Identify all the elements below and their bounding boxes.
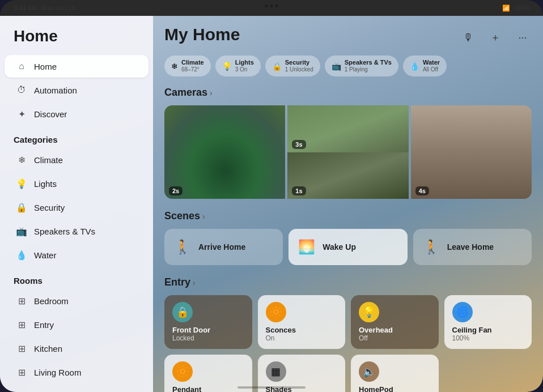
chip-security[interactable]: 🔒 Security 1 Unlocked [265,56,320,76]
sidebar-item-speakers-tvs[interactable]: 📺 Speakers & TVs [5,220,149,242]
nav-label-home: Home [34,62,57,71]
entry-icon: ⊞ [16,319,27,330]
chip-climate[interactable]: ❄ Climate 68–72° [164,56,211,76]
add-button[interactable]: ＋ [486,28,504,46]
overhead-icon-circle: 💡 [359,302,379,322]
climate-icon: ❄ [16,154,27,165]
chip-climate-icon: ❄ [171,62,178,71]
homepod-icon: 🔈 [363,365,375,378]
kitchen-icon: ⊞ [16,343,27,354]
ceiling-fan-label: Ceiling Fan [452,326,524,334]
pendant-icon-circle: 🔆 [172,361,193,382]
device-homepod[interactable]: 🔈 HomePod Not Playing [351,355,439,392]
lights-icon: 💡 [16,178,27,189]
scene-wake-up[interactable]: 🌅 Wake Up [289,229,407,265]
sidebar-item-security[interactable]: 🔒 Security [5,196,149,219]
wake-up-icon: 🌅 [298,239,316,255]
sidebar-item-home[interactable]: ⌂ Home [5,55,149,78]
chip-water-icon: 💧 [410,62,419,71]
cameras-section-header[interactable]: Cameras › [164,87,532,99]
dots-indicator [265,5,278,7]
scenes-section-title: Scenes [164,210,200,222]
camera-garage-timer: 1s [292,186,306,195]
sidebar-item-climate[interactable]: ❄ Climate [5,148,149,171]
voice-button[interactable]: 🎙 [459,28,477,46]
scene-leave-home[interactable]: 🚶 Leave Home [413,229,532,265]
camera-indoor[interactable]: 4s [411,105,532,199]
water-icon: 💧 [16,249,27,261]
overhead-icon: 💡 [363,306,375,318]
scene-arrive-home[interactable]: 🚶 Arrive Home [164,229,283,265]
sidebar-item-entry[interactable]: ⊞ Entry [5,313,149,336]
chip-water-label: Water [423,59,440,66]
status-chips: ❄ Climate 68–72° 💡 Lights 3 On 🔒 [164,56,532,76]
device-front-door[interactable]: 🔒 Front Door Locked [164,295,252,349]
sconces-icon: 🔆 [270,306,282,318]
entry-section-title: Entry [164,276,190,288]
discover-icon: ✦ [16,108,27,120]
ceiling-fan-icon-circle: 🌀 [452,302,473,322]
sidebar-item-water[interactable]: 💧 Water [5,244,149,266]
status-time: 9:41 AM Mon Jun 10 [14,5,75,11]
app-container: Home ⌂ Home ⏱ Automation ✦ Discover Cate… [0,16,543,392]
device-ceiling-fan[interactable]: 🌀 Ceiling Fan 100% [444,295,532,349]
device-sconces[interactable]: 🔆 Sconces On [258,295,346,349]
nav-label-climate: Climate [34,155,63,165]
camera-pool[interactable]: 2s [164,105,285,199]
chip-speakers-tvs-icon: 📺 [332,62,341,71]
chip-security-label: Security [285,59,313,66]
status-icons: 📶 100% [502,5,529,12]
arrive-home-icon: 🚶 [173,239,192,255]
homepod-icon-circle: 🔈 [359,361,379,382]
front-door-icon-circle: 🔒 [172,302,193,322]
nav-label-living-room: Living Room [34,368,81,377]
chip-lights[interactable]: 💡 Lights 3 On [215,56,261,76]
camera-indoor-timer: 4s [415,186,429,195]
pendant-label: Pendant [172,385,244,392]
ceiling-fan-status: 100% [452,334,524,342]
leave-home-icon: 🚶 [422,239,440,255]
home-icon: ⌂ [16,61,27,72]
scenes-grid: 🚶 Arrive Home 🌅 Wake Up 🚶 Leave Home [164,229,532,265]
sidebar-item-discover[interactable]: ✦ Discover [5,103,149,125]
nav-label-discover: Discover [34,109,67,119]
page-title: My Home [164,25,240,44]
living-room-icon: ⊞ [16,367,27,378]
scenes-chevron-icon: › [202,212,205,221]
sidebar-item-automation[interactable]: ⏱ Automation [5,79,149,101]
chip-speakers-tvs[interactable]: 📺 Speakers & TVs 1 Playing [325,56,398,76]
scenes-section-header[interactable]: Scenes › [164,210,532,222]
nav-label-lights: Lights [34,179,57,189]
entry-chevron-icon: › [193,278,196,287]
device-overhead[interactable]: 💡 Overhead Off [351,295,439,349]
front-door-icon: 🔒 [176,306,189,318]
home-indicator [237,386,306,389]
more-button[interactable]: ··· [514,28,532,46]
sidebar-item-living-room[interactable]: ⊞ Living Room [5,361,149,384]
sidebar-title: Home [0,27,153,54]
chip-lights-icon: 💡 [222,62,232,71]
speakers-tvs-icon: 📺 [16,225,27,237]
entry-section-header[interactable]: Entry › [164,276,532,288]
cameras-section-title: Cameras [164,87,207,99]
chip-water[interactable]: 💧 Water All Off [403,56,447,76]
sidebar: Home ⌂ Home ⏱ Automation ✦ Discover Cate… [0,16,153,392]
main-header: My Home 🎙 ＋ ··· [164,25,532,46]
sidebar-item-kitchen[interactable]: ⊞ Kitchen [5,337,149,360]
main-content: My Home 🎙 ＋ ··· ❄ Climate 68–72° 💡 [153,16,543,392]
camera-driveway-timer: 3s [292,140,306,149]
nav-label-water: Water [34,250,56,260]
pendant-icon: 🔆 [176,365,189,378]
chip-water-value: All Off [423,66,440,73]
nav-label-automation: Automation [34,86,77,95]
sidebar-item-lights[interactable]: 💡 Lights [5,172,149,195]
chip-climate-label: Climate [181,59,204,66]
cameras-chevron-icon: › [210,88,213,97]
nav-label-speakers-tvs: Speakers & TVs [34,227,95,236]
chip-lights-value: 3 On [235,66,254,73]
sidebar-item-bedroom[interactable]: ⊞ Bedroom [5,289,149,312]
nav-label-bedroom: Bedroom [34,296,69,306]
camera-driveway[interactable]: 3s 1s [287,105,408,199]
security-icon: 🔒 [16,202,27,213]
nav-label-entry: Entry [34,320,54,330]
